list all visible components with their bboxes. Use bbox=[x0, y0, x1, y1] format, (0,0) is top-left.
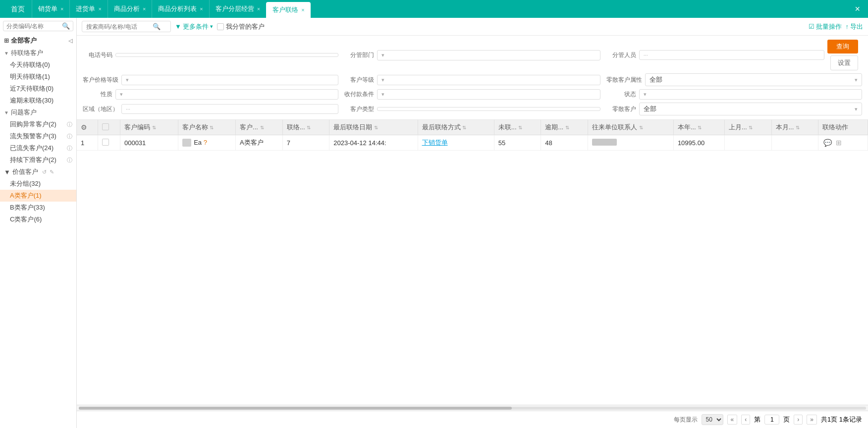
sort-icon[interactable]: ⇅ bbox=[374, 125, 378, 130]
last-page-button[interactable]: » bbox=[807, 415, 817, 425]
sidebar-pending-group[interactable]: ▼ 待联络客户 bbox=[0, 47, 76, 59]
close-icon[interactable]: × bbox=[301, 7, 304, 13]
col-overdue[interactable]: 逾期... ⇅ bbox=[541, 120, 588, 135]
nature-select[interactable]: ▾ bbox=[115, 89, 338, 100]
nav-tab-customer-tier[interactable]: 客户分层经营 × bbox=[209, 0, 266, 18]
nav-home[interactable]: 首页 bbox=[4, 0, 32, 18]
price-level-select[interactable]: ▾ bbox=[121, 75, 338, 85]
prev-page-button[interactable]: ‹ bbox=[741, 415, 750, 425]
close-icon[interactable]: × bbox=[200, 6, 203, 12]
gear-icon[interactable]: ⚙ bbox=[81, 123, 87, 131]
sidebar-item-churn-warning[interactable]: 流失预警客户(3) ⓘ bbox=[0, 130, 76, 142]
filter-search-input[interactable] bbox=[86, 23, 151, 30]
region-input[interactable]: ··· bbox=[121, 104, 338, 114]
row-last-method[interactable]: 下销货单 bbox=[418, 135, 494, 151]
refresh-icon[interactable]: ↺ bbox=[42, 169, 47, 175]
col-uncontacted[interactable]: 未联... ⇅ bbox=[494, 120, 541, 135]
checkbox-icon[interactable] bbox=[217, 23, 224, 30]
sort-icon[interactable]: ⇅ bbox=[210, 125, 214, 130]
filter-search-box[interactable]: 🔍 bbox=[82, 21, 171, 32]
sort-icon[interactable]: ⇅ bbox=[749, 125, 753, 130]
sidebar-item-7days[interactable]: 近7天待联络(0) bbox=[0, 83, 76, 95]
row-checkbox[interactable] bbox=[98, 135, 120, 151]
retail-attr-select[interactable]: 全部 ▾ bbox=[645, 73, 862, 86]
nav-tab-product-analysis[interactable]: 商品分析 × bbox=[108, 0, 152, 18]
horizontal-scrollbar[interactable] bbox=[77, 405, 868, 411]
sidebar-problem-group[interactable]: ▼ 问题客户 bbox=[0, 107, 76, 118]
page-number-input[interactable] bbox=[764, 415, 779, 425]
close-icon[interactable]: × bbox=[257, 6, 260, 12]
phone-input[interactable] bbox=[115, 53, 338, 57]
sort-icon[interactable]: ⇅ bbox=[152, 125, 156, 130]
sidebar-item-c-class[interactable]: C类客户(6) bbox=[0, 214, 76, 225]
page-size-select[interactable]: 50 bbox=[702, 414, 723, 425]
sidebar-item-churned[interactable]: 已流失客户(24) ⓘ bbox=[0, 142, 76, 154]
search-icon[interactable]: 🔍 bbox=[153, 23, 161, 30]
sidebar-search-input[interactable] bbox=[6, 23, 62, 30]
select-all-checkbox[interactable] bbox=[102, 123, 109, 130]
customer-type-input[interactable] bbox=[377, 107, 600, 111]
col-contact-person[interactable]: 往来单位联系人 ⇅ bbox=[588, 120, 673, 135]
first-page-button[interactable]: « bbox=[727, 415, 738, 425]
col-last-month[interactable]: 上月... ⇅ bbox=[724, 120, 771, 135]
col-this-year[interactable]: 本年... ⇅ bbox=[673, 120, 724, 135]
payment-select[interactable]: ▾ bbox=[377, 89, 600, 100]
sidebar-all-customers[interactable]: ⊞ 全部客户 ◁ bbox=[0, 34, 76, 47]
sidebar-item-a-class[interactable]: A类客户(1) bbox=[0, 190, 76, 202]
col-this-month[interactable]: 本月... ⇅ bbox=[771, 120, 818, 135]
col-last-method[interactable]: 最后联络方式 ⇅ bbox=[418, 120, 494, 135]
query-button[interactable]: 查询 bbox=[827, 40, 858, 54]
sidebar-search-icon[interactable]: 🔍 bbox=[62, 22, 70, 30]
nav-tab-purchase[interactable]: 进货单 × bbox=[69, 0, 107, 18]
my-customers-checkbox[interactable]: 我分管的客户 bbox=[217, 22, 265, 31]
sort-icon[interactable]: ⇅ bbox=[796, 125, 800, 130]
sort-icon[interactable]: ⇅ bbox=[307, 125, 311, 130]
batch-ops-button[interactable]: ☑ 批量操作 bbox=[809, 22, 842, 31]
sidebar-item-declining[interactable]: 持续下滑客户(2) ⓘ bbox=[0, 154, 76, 166]
sort-icon[interactable]: ⇅ bbox=[698, 125, 702, 130]
sort-icon[interactable]: ⇅ bbox=[260, 125, 264, 130]
sort-icon[interactable]: ⇅ bbox=[462, 125, 466, 130]
window-close-button[interactable]: × bbox=[851, 4, 864, 14]
edit-icon[interactable]: ✎ bbox=[50, 169, 54, 175]
sidebar-item-repurchase-abnormal[interactable]: 回购异常客户(2) ⓘ bbox=[0, 118, 76, 130]
sort-icon[interactable]: ⇅ bbox=[639, 125, 643, 130]
nav-tab-sales[interactable]: 销货单 × bbox=[32, 0, 69, 18]
close-icon[interactable]: × bbox=[98, 6, 101, 12]
qrcode-icon[interactable]: ⊞ bbox=[836, 139, 842, 147]
sidebar-item-b-class[interactable]: B类客户(33) bbox=[0, 202, 76, 214]
collapse-icon[interactable]: ◁ bbox=[68, 38, 72, 44]
dept-select[interactable]: ▾ bbox=[377, 50, 600, 60]
scrollbar-thumb[interactable] bbox=[79, 407, 512, 410]
sort-icon[interactable]: ⇅ bbox=[565, 125, 569, 130]
sidebar-item-unclassified[interactable]: 未分组(32) bbox=[0, 178, 76, 190]
sort-icon[interactable]: ⇅ bbox=[518, 125, 522, 130]
manager-input[interactable]: ··· bbox=[639, 50, 824, 60]
col-customer-type[interactable]: 客户... ⇅ bbox=[236, 120, 283, 135]
col-name[interactable]: 客户名称 ⇅ bbox=[178, 120, 236, 135]
close-icon[interactable]: × bbox=[143, 6, 146, 12]
next-page-button[interactable]: › bbox=[794, 415, 803, 425]
sidebar-item-overdue[interactable]: 逾期未联络(30) bbox=[0, 95, 76, 107]
sidebar-value-group[interactable]: ▼ 价值客户 ↺ ✎ bbox=[0, 166, 76, 178]
settings-button[interactable]: 设置 bbox=[830, 55, 858, 70]
sidebar-search[interactable]: 🔍 bbox=[3, 21, 73, 31]
status-select[interactable]: ▾ bbox=[639, 89, 862, 100]
retail-customer-select[interactable]: 全部 ▾ bbox=[639, 103, 862, 115]
customer-level-select[interactable]: ▾ bbox=[377, 75, 600, 85]
col-code[interactable]: 客户编码 ⇅ bbox=[120, 120, 178, 135]
export-button[interactable]: ↑ 导出 bbox=[846, 22, 864, 31]
row-select-checkbox[interactable] bbox=[102, 139, 109, 146]
col-checkbox[interactable] bbox=[98, 120, 120, 135]
sidebar-item-today[interactable]: 今天待联络(0) bbox=[0, 59, 76, 71]
col-last-date[interactable]: 最后联络日期 ⇅ bbox=[329, 120, 418, 135]
row-code[interactable]: 000031 bbox=[120, 135, 178, 151]
comment-icon[interactable]: 💬 bbox=[823, 139, 832, 147]
col-settings[interactable]: ⚙ bbox=[77, 120, 98, 135]
close-icon[interactable]: × bbox=[60, 6, 63, 12]
filter-more-button[interactable]: ▼ 更多条件 ▾ bbox=[175, 22, 213, 31]
col-contact-count[interactable]: 联络... ⇅ bbox=[282, 120, 329, 135]
sidebar-item-tomorrow[interactable]: 明天待联络(1) bbox=[0, 71, 76, 83]
nav-tab-customer-contact[interactable]: 客户联络 × bbox=[266, 2, 310, 18]
nav-tab-product-list[interactable]: 商品分析列表 × bbox=[152, 0, 209, 18]
